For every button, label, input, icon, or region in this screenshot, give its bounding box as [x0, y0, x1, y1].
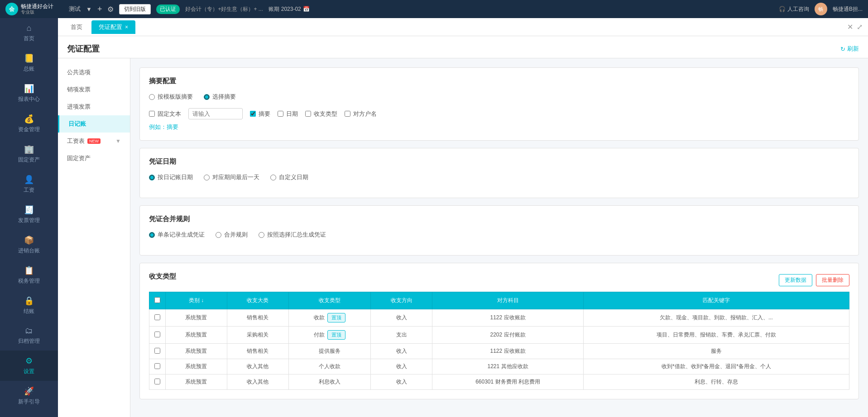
radio-summary-gen-input[interactable]	[259, 232, 264, 238]
header-settings[interactable]: ⚙	[107, 5, 114, 14]
tab-close-icon[interactable]: ×	[125, 24, 128, 30]
row-checkbox-cell[interactable]	[149, 344, 166, 359]
th-checkbox[interactable]	[149, 292, 166, 309]
select-all-checkbox[interactable]	[154, 297, 160, 303]
company-dropdown[interactable]: ▼	[86, 6, 92, 13]
funds-icon: 💰	[24, 114, 34, 124]
left-nav-payroll[interactable]: 工资表 NEW ▼	[58, 133, 130, 150]
row-type: 利息收入	[288, 374, 371, 390]
sidebar-item-home[interactable]: ⌂ 首页	[0, 18, 58, 48]
sidebar-item-invoice[interactable]: 🧾 发票管理	[0, 199, 58, 230]
radio-select-input[interactable]	[204, 94, 210, 100]
sidebar: ⌂ 首页 📒 总账 📊 报表中心 💰 资金管理 🏢 固定资产 👤 工资 🧾 发票…	[0, 18, 58, 417]
radio-journal-date-input[interactable]	[149, 175, 155, 180]
refresh-button[interactable]: ↻ 刷新	[840, 45, 859, 53]
merge-rules-radio-group: 单条记录生成凭证 合并规则 按照选择汇总生成凭证	[149, 231, 849, 239]
service-button[interactable]: 🎧 人工咨询	[779, 5, 809, 13]
checkbox-summary-input[interactable]	[250, 111, 256, 117]
sidebar-item-archive[interactable]: 🗂 归档管理	[0, 321, 58, 351]
sidebar-item-settings[interactable]: ⚙ 设置	[0, 351, 58, 381]
tab-home[interactable]: 首页	[63, 20, 90, 34]
sidebar-item-reports[interactable]: 📊 报表中心	[0, 78, 58, 109]
left-nav-fixed-assets[interactable]: 固定资产	[58, 150, 130, 167]
left-nav-payroll-label: 工资表	[67, 137, 85, 145]
old-version-button[interactable]: 切到旧版	[119, 4, 151, 14]
tab-bar-right: ✕ ⤢	[847, 23, 863, 31]
row-checkbox-cell[interactable]	[149, 327, 166, 344]
left-nav-journal[interactable]: 日记账	[58, 115, 130, 133]
row-major: 销售相关	[227, 344, 288, 359]
row-checkbox[interactable]	[154, 314, 160, 320]
left-nav-sales[interactable]: 销项发票	[58, 81, 130, 98]
row-direction: 收入	[371, 374, 432, 390]
row-major: 销售相关	[227, 309, 288, 327]
radio-journal-date[interactable]: 按日记账日期	[149, 173, 193, 181]
income-expense-table: 类别 ↓ 收支大类 收支类型 收支方向 对方科目 匹配关键字 系统预置	[149, 292, 849, 390]
fixed-text-input[interactable]	[188, 108, 243, 119]
row-checkbox[interactable]	[154, 348, 160, 354]
sidebar-item-guide[interactable]: 🚀 新手引导	[0, 381, 58, 411]
window-expand-button[interactable]: ⤢	[857, 23, 863, 31]
th-subject: 对方科目	[432, 292, 584, 309]
left-nav-purchase[interactable]: 进项发票	[58, 98, 130, 115]
checkbox-date[interactable]: 日期	[278, 110, 298, 118]
table-row: 系统预置 采购相关 付款置顶 支出 2202 应付账款 项目、日常费用、报销款、…	[149, 327, 849, 344]
radio-template[interactable]: 按模板版摘要	[149, 93, 193, 101]
page-header: 凭证配置 ↻ 刷新	[58, 36, 868, 58]
radio-select[interactable]: 选择摘要	[204, 93, 236, 101]
checkbox-type[interactable]: 收支类型	[305, 110, 337, 118]
row-checkbox-cell[interactable]	[149, 359, 166, 374]
checkbox-counterparty-label: 对方户名	[353, 110, 377, 118]
sidebar-item-assets[interactable]: 🏢 固定资产	[0, 139, 58, 169]
content-with-nav: 公共选项 销项发票 进项发票 日记账 工资表 NEW ▼ 固定资产	[58, 58, 868, 417]
tag-button[interactable]: 置顶	[327, 330, 345, 340]
th-major: 收支大类	[227, 292, 288, 309]
tab-active-label: 凭证配置	[99, 23, 122, 31]
sidebar-item-purchase-sales[interactable]: 📦 进销台账	[0, 230, 58, 260]
row-checkbox[interactable]	[154, 379, 160, 384]
batch-delete-button[interactable]: 批量删除	[816, 274, 849, 286]
row-checkbox[interactable]	[154, 363, 160, 369]
sidebar-item-tax[interactable]: 📋 税务管理	[0, 260, 58, 290]
row-checkbox-cell[interactable]	[149, 309, 166, 327]
sidebar-item-closing[interactable]: 🔒 结账	[0, 290, 58, 321]
update-data-button[interactable]: 更新数据	[779, 274, 812, 286]
sidebar-item-ledger[interactable]: 📒 总账	[0, 48, 58, 78]
row-subject: 660301 财务费用 利息费用	[432, 374, 584, 390]
radio-merge-input[interactable]	[216, 232, 221, 238]
radio-single-input[interactable]	[149, 232, 155, 238]
checkbox-fixed-text-input[interactable]	[149, 111, 155, 117]
sidebar-item-payroll[interactable]: 👤 工资	[0, 169, 58, 199]
radio-merge[interactable]: 合并规则	[216, 231, 248, 239]
calendar-icon[interactable]: 📅	[303, 6, 310, 12]
left-nav-purchase-label: 进项发票	[67, 103, 91, 111]
merge-rules-section: 凭证合并规则 单条记录生成凭证 合并规则 按照选择汇总生成凭证	[139, 205, 859, 256]
checkbox-counterparty-input[interactable]	[345, 111, 350, 117]
th-type: 收支类型	[288, 292, 371, 309]
checkbox-type-input[interactable]	[305, 111, 311, 117]
voucher-date-section: 凭证日期 按日记账日期 对应期间最后一天 自定义日期	[139, 148, 859, 198]
radio-period-last-input[interactable]	[204, 175, 210, 180]
sidebar-label-assets: 固定资产	[18, 156, 40, 164]
left-nav-public[interactable]: 公共选项	[58, 64, 130, 81]
radio-single[interactable]: 单条记录生成凭证	[149, 231, 205, 239]
sidebar-item-funds[interactable]: 💰 资金管理	[0, 109, 58, 139]
sidebar-item-member[interactable]: 👑 畅会员	[0, 411, 58, 417]
window-close-button[interactable]: ✕	[847, 23, 853, 31]
checkbox-fixed-text[interactable]: 固定文本	[149, 110, 181, 118]
row-checkbox[interactable]	[154, 332, 160, 337]
radio-template-input[interactable]	[149, 94, 155, 100]
tab-voucher-config[interactable]: 凭证配置 ×	[91, 20, 135, 34]
radio-period-last[interactable]: 对应期间最后一天	[204, 173, 259, 181]
radio-custom-date-input[interactable]	[270, 175, 276, 180]
checkbox-date-input[interactable]	[278, 111, 283, 117]
checkbox-summary[interactable]: 摘要	[250, 110, 270, 118]
radio-custom-date[interactable]: 自定义日期	[270, 173, 308, 181]
radio-summary-gen[interactable]: 按照选择汇总生成凭证	[259, 231, 326, 239]
row-keywords: 收到*借款、收到*备用金、退回*备用金、个人	[583, 359, 849, 374]
sidebar-label-closing: 结账	[24, 308, 34, 315]
header-plus[interactable]: +	[97, 5, 102, 14]
tag-button[interactable]: 置顶	[327, 313, 345, 322]
checkbox-counterparty[interactable]: 对方户名	[345, 110, 377, 118]
row-checkbox-cell[interactable]	[149, 374, 166, 390]
